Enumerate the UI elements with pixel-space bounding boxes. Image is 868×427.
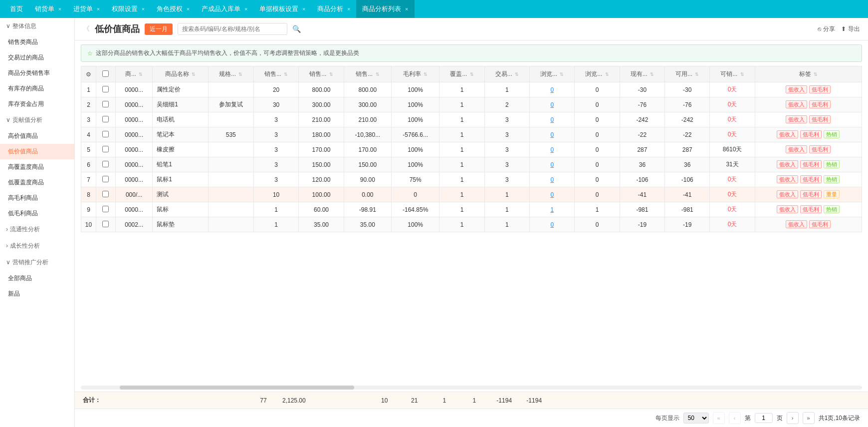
collapse-sidebar-btn[interactable]: 《	[83, 24, 90, 33]
sidebar-item-new-products[interactable]: 新品	[0, 286, 74, 302]
td-checkbox[interactable]	[96, 82, 116, 97]
row-checkbox[interactable]	[102, 101, 109, 107]
nav-analysis-close[interactable]: ×	[347, 6, 350, 12]
scrollbar-thumb[interactable]	[120, 386, 354, 390]
row-checkbox[interactable]	[102, 131, 109, 137]
td-browse1[interactable]: 0	[530, 187, 575, 202]
th-stock-current[interactable]: 现有... ⇅	[620, 66, 664, 82]
th-sale-amount[interactable]: 销售... ⇅	[299, 66, 344, 82]
nav-template-close[interactable]: ×	[302, 6, 305, 12]
share-btn[interactable]: ⎋ 分享	[818, 25, 835, 33]
row-checkbox[interactable]	[102, 161, 109, 167]
browse-link[interactable]: 0	[550, 146, 554, 153]
th-coverage[interactable]: 覆盖... ⇅	[439, 66, 484, 82]
row-checkbox[interactable]	[102, 146, 109, 152]
first-page-btn[interactable]: «	[713, 412, 725, 424]
row-checkbox[interactable]	[102, 116, 109, 122]
nav-analysis-list[interactable]: 商品分析列表 ×	[356, 0, 414, 18]
search-icon[interactable]: 🔍	[292, 25, 301, 33]
browse-link[interactable]: 0	[550, 131, 554, 138]
sidebar-item-all-products[interactable]: 全部商品	[0, 271, 74, 286]
page-size-select[interactable]: 50 100 200	[683, 413, 709, 424]
th-tags[interactable]: 标签 ⇅	[755, 66, 862, 82]
nav-permission-close[interactable]: ×	[142, 6, 145, 12]
td-browse1[interactable]: 1	[530, 202, 575, 217]
nav-purchase-close[interactable]: ×	[97, 6, 100, 12]
row-checkbox[interactable]	[102, 206, 109, 212]
th-spec[interactable]: 规格... ⇅	[208, 66, 253, 82]
td-browse1[interactable]: 0	[530, 217, 575, 232]
td-browse1[interactable]: 0	[530, 172, 575, 187]
th-checkbox[interactable]	[96, 66, 116, 82]
th-sale-qty[interactable]: 销售... ⇅	[253, 66, 298, 82]
nav-product[interactable]: 产成品入库单 ×	[196, 0, 253, 18]
browse-link[interactable]: 0	[550, 101, 554, 108]
th-trade[interactable]: 交易... ⇅	[484, 66, 529, 82]
export-btn[interactable]: ⬆ 导出	[841, 25, 860, 33]
current-page-input[interactable]	[755, 413, 773, 423]
td-browse1[interactable]: 0	[530, 112, 575, 127]
prev-page-btn[interactable]: ‹	[729, 412, 741, 424]
td-checkbox[interactable]	[96, 202, 116, 217]
nav-home[interactable]: 首页	[4, 0, 29, 18]
td-checkbox[interactable]	[96, 172, 116, 187]
sidebar-item-category-sales[interactable]: 商品分类销售率	[0, 65, 74, 81]
row-checkbox[interactable]	[102, 221, 109, 227]
th-name[interactable]: 商品名称 ⇅	[153, 66, 208, 82]
td-checkbox[interactable]	[96, 112, 116, 127]
sidebar-group-marketing[interactable]: ∨营销推广分析	[0, 254, 74, 271]
browse-link[interactable]: 0	[550, 161, 554, 168]
nav-role[interactable]: 角色授权 ×	[151, 0, 196, 18]
sidebar-item-high-value[interactable]: 高价值商品	[0, 128, 74, 144]
td-checkbox[interactable]	[96, 187, 116, 202]
sidebar-group-overall[interactable]: ∨整体信息	[0, 18, 74, 34]
browse-link[interactable]: 0	[550, 116, 554, 123]
td-browse1[interactable]: 0	[530, 142, 575, 157]
sidebar-item-sales-products[interactable]: 销售类商品	[0, 34, 74, 50]
nav-analysis[interactable]: 商品分析 ×	[311, 0, 356, 18]
sidebar-item-low-value[interactable]: 低价值商品	[0, 144, 74, 159]
horizontal-scrollbar[interactable]	[81, 386, 862, 390]
td-browse1[interactable]: 0	[530, 127, 575, 142]
th-browse2[interactable]: 浏览... ⇅	[575, 66, 620, 82]
nav-sales[interactable]: 销货单 ×	[29, 0, 67, 18]
browse-link[interactable]: 0	[550, 86, 554, 93]
td-browse1[interactable]: 0	[530, 97, 575, 112]
th-sale-gross[interactable]: 销售... ⇅	[344, 66, 391, 82]
nav-purchase[interactable]: 进货单 ×	[67, 0, 106, 18]
sidebar-item-high-coverage[interactable]: 高覆盖度商品	[0, 159, 74, 175]
row-checkbox[interactable]	[102, 86, 109, 92]
row-checkbox[interactable]	[102, 191, 109, 197]
th-gear[interactable]: ⚙	[81, 66, 96, 82]
th-stock-avail[interactable]: 可用... ⇅	[665, 66, 710, 82]
td-browse1[interactable]: 0	[530, 82, 575, 97]
sidebar-item-high-margin[interactable]: 高毛利商品	[0, 190, 74, 206]
td-checkbox[interactable]	[96, 217, 116, 232]
nav-sales-close[interactable]: ×	[58, 6, 61, 12]
nav-permission[interactable]: 权限设置 ×	[106, 0, 151, 18]
sidebar-group-flow[interactable]: ›流通性分析	[0, 221, 74, 238]
th-stock-sale[interactable]: 可销... ⇅	[710, 66, 755, 82]
th-browse1[interactable]: 浏览... ⇅	[530, 66, 575, 82]
td-checkbox[interactable]	[96, 127, 116, 142]
browse-link[interactable]: 1	[550, 206, 554, 213]
search-input[interactable]	[178, 23, 287, 35]
td-checkbox[interactable]	[96, 157, 116, 172]
sidebar-item-traded[interactable]: 交易过的商品	[0, 50, 74, 65]
td-checkbox[interactable]	[96, 97, 116, 112]
nav-template[interactable]: 单据模板设置 ×	[253, 0, 311, 18]
browse-link[interactable]: 0	[550, 176, 554, 183]
nav-role-close[interactable]: ×	[187, 6, 190, 12]
row-checkbox[interactable]	[102, 176, 109, 182]
filter-recent-btn[interactable]: 近一月	[145, 23, 173, 35]
sidebar-group-contribution[interactable]: ∨贡献值分析	[0, 112, 74, 128]
th-margin[interactable]: 毛利率 ⇅	[392, 66, 439, 82]
th-code[interactable]: 商... ⇅	[115, 66, 152, 82]
td-browse1[interactable]: 0	[530, 157, 575, 172]
sidebar-item-low-margin[interactable]: 低毛利商品	[0, 206, 74, 221]
sidebar-item-low-coverage[interactable]: 低覆盖度商品	[0, 175, 74, 190]
nav-analysis-list-close[interactable]: ×	[405, 6, 408, 12]
sidebar-group-growth[interactable]: ›成长性分析	[0, 238, 74, 254]
sidebar-item-capital[interactable]: 库存资金占用	[0, 96, 74, 112]
next-page-btn[interactable]: ›	[787, 412, 799, 424]
